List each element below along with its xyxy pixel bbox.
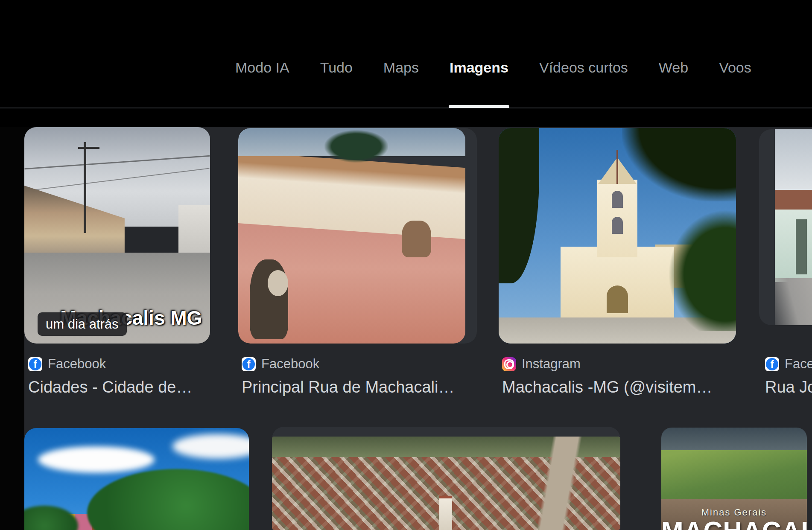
source-row[interactable]: f Facebook [765,357,812,371]
photo-road-layer [775,278,812,325]
recency-badge: um dia atrás [38,312,127,336]
result-tile-clipped[interactable] [759,129,812,325]
photo-palm-layer [665,206,736,331]
tab-imagens-label: Imagens [450,59,508,76]
facebook-icon: f [28,357,42,371]
source-label: Facebook [261,356,319,372]
photo-church-cross-layer [616,150,618,184]
instagram-icon [502,357,516,371]
photo-palm-layer [324,130,388,163]
result-thumbnail-church[interactable] [499,128,736,344]
result-thumbnail-clipped[interactable] [775,129,812,325]
source-row[interactable]: f Facebook [28,357,267,371]
facebook-f-glyph: f [766,358,778,370]
photo-hills-layer [661,450,807,504]
photo-sky-layer [661,428,807,452]
tab-tudo[interactable]: Tudo [320,58,353,77]
result-caption: f Facebook Principal Rua de Machacali… [242,357,481,396]
tab-voos[interactable]: Voos [719,58,751,77]
result-caption: Instagram Machacalis -MG (@visitem… [502,357,741,396]
result-thumbnail-street-view[interactable]: Machacalis MG um dia atrás [24,127,210,344]
tab-imagens[interactable]: Imagens [450,58,508,77]
source-label: Facebook [785,356,812,372]
result-title[interactable]: Rua Jo [765,378,812,396]
photo-horse-layer [402,221,431,257]
result-caption-clipped: f Facebook Rua Jo [765,357,812,396]
header-divider [0,108,812,108]
result-tile[interactable] [272,427,620,530]
photo-roof-layer [775,190,812,210]
source-row[interactable]: Instagram [502,357,741,371]
photo-church-door-layer [607,285,628,314]
photo-church-tower-layer [439,498,452,530]
facebook-f-glyph: f [242,358,255,370]
photo-pole-layer [84,142,86,233]
instagram-lens-glyph [506,361,514,368]
photo-pole-layer [78,147,99,149]
selected-tab-underline [449,105,509,108]
source-label: Facebook [48,356,106,372]
photo-door-layer [796,219,807,274]
result-title[interactable]: Machacalis -MG (@visitem… [502,378,741,396]
poster-title-text: MACHACALIS [661,515,807,530]
photo-church-window [612,217,623,234]
source-row[interactable]: f Facebook [242,357,481,371]
result-title[interactable]: Principal Rua de Machacali… [242,378,481,396]
photo-building-layer [178,205,210,259]
facebook-f-glyph: f [29,358,41,370]
result-title[interactable]: Cidades - Cidade de… [28,378,267,396]
instagram-flash-glyph [512,360,513,361]
tab-maps[interactable]: Maps [383,58,419,77]
result-thumbnail-old-street[interactable] [238,128,465,344]
photo-tree-layer [622,128,736,201]
result-caption: f Facebook Cidades - Cidade de… [28,357,267,396]
tab-web[interactable]: Web [659,58,688,77]
search-tabs-bar: Modo IA Tudo Maps Imagens Vídeos curtos … [235,58,751,77]
tab-videos-curtos[interactable]: Vídeos curtos [539,58,628,77]
photo-sky-layer [775,129,812,194]
result-thumbnail-aerial-town[interactable] [272,437,620,530]
google-images-results-page: Modo IA Tudo Maps Imagens Vídeos curtos … [0,0,812,530]
result-thumbnail-square-trees[interactable] [24,428,249,530]
result-tile[interactable] [238,128,477,344]
tab-modo-ia[interactable]: Modo IA [235,58,289,77]
photo-cloud-layer [38,446,155,473]
photo-sack-layer [268,270,288,296]
source-label: Instagram [522,356,581,372]
facebook-icon: f [242,357,256,371]
photo-church-window [612,191,623,208]
facebook-icon: f [765,357,779,371]
result-thumbnail-hills-poster[interactable]: Minas Gerais MACHACALIS [661,428,807,530]
